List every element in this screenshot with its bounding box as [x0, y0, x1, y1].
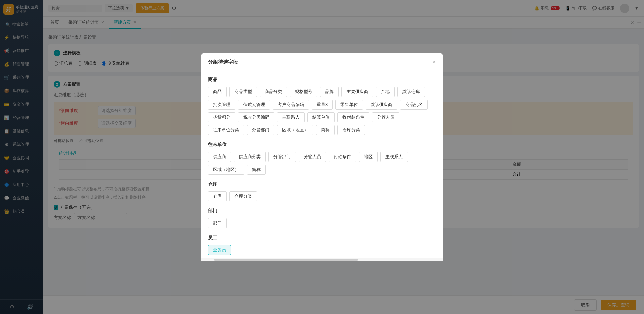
modal-hscroll-thumb — [214, 259, 358, 261]
field-tag-规格型号[interactable]: 规格型号 — [290, 87, 317, 97]
field-section-title-employee: 员工 — [208, 235, 436, 241]
field-tag-仓库分类[interactable]: 仓库分类 — [337, 125, 365, 135]
field-section-title-warehouse: 仓库 — [208, 181, 436, 187]
field-tag-拣货积分[interactable]: 拣货积分 — [208, 112, 235, 122]
modal-title: 分组待选字段 — [208, 59, 238, 65]
modal-close-button[interactable]: × — [432, 59, 436, 66]
field-section-partner: 往来单位供应商供应商分类分管部门分管人员付款条件地区主联系人区域（地区）简称 — [208, 142, 436, 175]
field-section-warehouse: 仓库仓库仓库分类 — [208, 181, 436, 201]
field-section-title-partner: 往来单位 — [208, 142, 436, 148]
field-tag-简称[interactable]: 简称 — [247, 165, 266, 175]
field-tag-仓库分类[interactable]: 仓库分类 — [229, 191, 257, 201]
field-select-modal: 分组待选字段 × 商品商品商品类型商品分类规格型号品牌主要供应商产地默认仓库批次… — [201, 53, 443, 261]
field-tag-批次管理[interactable]: 批次管理 — [208, 100, 235, 110]
field-tag-品牌[interactable]: 品牌 — [320, 87, 339, 97]
field-tag-地区[interactable]: 地区 — [359, 152, 378, 162]
field-tag-区域（地区）[interactable]: 区域（地区） — [277, 125, 313, 135]
field-tag-商品[interactable]: 商品 — [208, 87, 227, 97]
field-tag-分管人员[interactable]: 分管人员 — [372, 112, 399, 122]
field-tags-department: 部门 — [208, 218, 436, 228]
field-section-title-department: 部门 — [208, 208, 436, 214]
field-tag-结算单位[interactable]: 结算单位 — [307, 112, 335, 122]
field-tag-产地[interactable]: 产地 — [376, 87, 395, 97]
field-section-department: 部门部门 — [208, 208, 436, 228]
field-tag-部门[interactable]: 部门 — [208, 218, 227, 228]
field-tag-分管部门[interactable]: 分管部门 — [247, 125, 274, 135]
field-tag-商品类型[interactable]: 商品类型 — [229, 87, 257, 97]
field-tag-简称[interactable]: 简称 — [316, 125, 335, 135]
field-tag-零售单位[interactable]: 零售单位 — [335, 100, 363, 110]
field-tag-分管人员[interactable]: 分管人员 — [299, 152, 326, 162]
field-tag-仓库[interactable]: 仓库 — [208, 191, 227, 201]
field-section-goods: 商品商品商品类型商品分类规格型号品牌主要供应商产地默认仓库批次管理保质期管理客户… — [208, 77, 436, 135]
field-tag-商品别名[interactable]: 商品别名 — [400, 100, 428, 110]
field-tag-付款条件[interactable]: 付款条件 — [329, 152, 356, 162]
field-tag-供应商分类[interactable]: 供应商分类 — [234, 152, 266, 162]
field-tags-warehouse: 仓库仓库分类 — [208, 191, 436, 201]
modal-horizontal-scrollbar[interactable] — [201, 258, 443, 261]
field-tag-主要供应商[interactable]: 主要供应商 — [341, 87, 373, 97]
field-tag-业务员[interactable]: 业务员 — [208, 245, 231, 255]
field-tag-重量3[interactable]: 重量3 — [312, 100, 333, 110]
field-tag-主联系人[interactable]: 主联系人 — [380, 152, 408, 162]
modal-body: 商品商品商品类型商品分类规格型号品牌主要供应商产地默认仓库批次管理保质期管理客户… — [201, 71, 443, 258]
field-tags-partner: 供应商供应商分类分管部门分管人员付款条件地区主联系人区域（地区）简称 — [208, 152, 436, 175]
field-tag-供应商[interactable]: 供应商 — [208, 152, 231, 162]
field-tag-分管部门[interactable]: 分管部门 — [268, 152, 296, 162]
field-tag-保质期管理[interactable]: 保质期管理 — [238, 100, 270, 110]
field-tag-默认供应商[interactable]: 默认供应商 — [366, 100, 397, 110]
field-tag-默认仓库[interactable]: 默认仓库 — [397, 87, 425, 97]
field-tag-区域（地区）[interactable]: 区域（地区） — [208, 165, 244, 175]
field-section-title-goods: 商品 — [208, 77, 436, 83]
field-tag-收付款条件[interactable]: 收付款条件 — [337, 112, 369, 122]
field-tag-商品分类[interactable]: 商品分类 — [260, 87, 287, 97]
field-tag-往来单位分类[interactable]: 往来单位分类 — [208, 125, 244, 135]
modal-header: 分组待选字段 × — [201, 53, 443, 71]
field-tags-goods: 商品商品类型商品分类规格型号品牌主要供应商产地默认仓库批次管理保质期管理客户商品… — [208, 87, 436, 135]
field-tags-employee: 业务员 — [208, 245, 436, 255]
field-tag-客户商品编码[interactable]: 客户商品编码 — [273, 100, 309, 110]
field-section-employee: 员工业务员 — [208, 235, 436, 255]
field-tag-主联系人[interactable]: 主联系人 — [277, 112, 305, 122]
field-tag-税收分类编码[interactable]: 税收分类编码 — [238, 112, 274, 122]
